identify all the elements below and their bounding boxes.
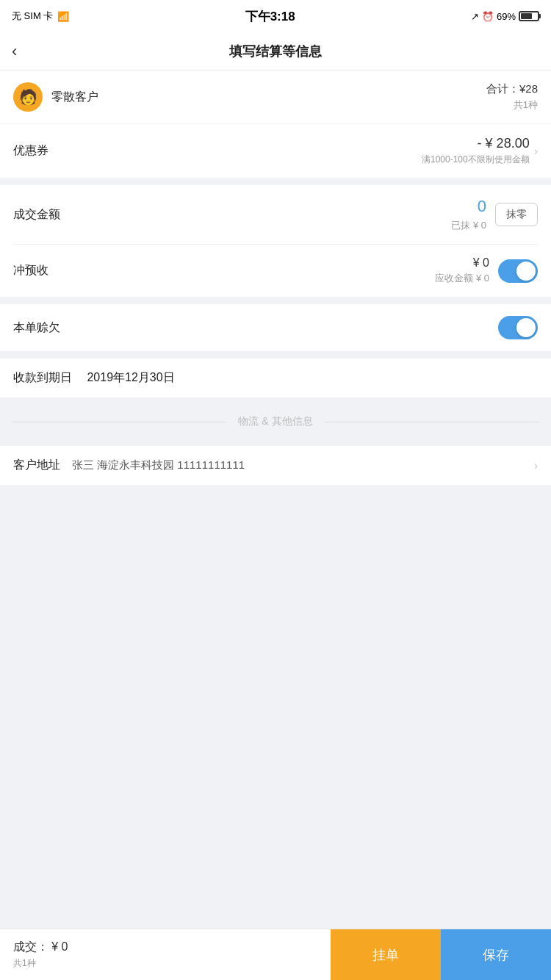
round-button[interactable]: 抹零 <box>495 203 538 226</box>
clock-icon: ⏰ <box>482 11 494 22</box>
customer-right: 合计：¥28 共1种 <box>486 82 538 112</box>
prereceive-amounts: ¥ 0 应收金额 ¥ 0 <box>435 256 489 285</box>
logistics-line-right <box>325 422 539 422</box>
bottom-count: 共1种 <box>13 957 317 970</box>
duedate-label: 收款到期日 <box>13 371 72 383</box>
coupon-label: 优惠券 <box>13 143 48 159</box>
bottom-deal-amount: ¥ 0 <box>51 940 68 953</box>
save-button[interactable]: 保存 <box>441 929 551 981</box>
toggle-knob <box>516 262 536 281</box>
already-rounded: 已抹 ¥ 0 <box>451 219 486 232</box>
status-right: ↗ ⏰ 69% <box>471 11 539 22</box>
transaction-row: 成交金额 0 已抹 ¥ 0 抹零 <box>13 185 538 245</box>
bottom-bar: 成交： ¥ 0 共1种 挂单 保存 <box>0 929 551 980</box>
logistics-label: 物流 & 其他信息 <box>238 415 312 428</box>
status-bar: 无 SIM 卡 📶 下午3:18 ↗ ⏰ 69% <box>0 0 551 32</box>
coupon-row[interactable]: 优惠券 - ¥ 28.00 满1000-100不限制使用金额 › <box>0 123 551 178</box>
customer-card: 🧑 零散客户 合计：¥28 共1种 优惠券 - ¥ 28.00 满1000-10… <box>0 71 551 178</box>
bottom-summary: 成交： ¥ 0 共1种 <box>0 940 331 970</box>
prereceive-sub: 应收金额 ¥ 0 <box>435 272 489 285</box>
transaction-amount: 0 <box>478 197 486 216</box>
prereceive-row: 冲预收 ¥ 0 应收金额 ¥ 0 <box>13 245 538 297</box>
logistics-line-left <box>12 422 226 422</box>
avatar: 🧑 <box>13 82 43 112</box>
avatar-icon: 🧑 <box>19 88 37 106</box>
prereceive-main: ¥ 0 <box>435 256 489 270</box>
no-sim-label: 无 SIM 卡 <box>12 10 53 23</box>
address-value: 张三 海淀永丰科技园 11111111111 <box>72 458 534 472</box>
address-chevron-icon: › <box>534 459 538 472</box>
bottom-deal-label: 成交： <box>13 940 48 953</box>
battery-icon <box>519 11 539 21</box>
status-time: 下午3:18 <box>245 8 295 25</box>
debt-toggle-knob <box>516 318 536 337</box>
back-button[interactable]: ‹ <box>12 36 23 67</box>
total-sub: 共1种 <box>486 98 538 112</box>
customer-left: 🧑 零散客户 <box>13 82 98 112</box>
prereceive-toggle[interactable] <box>498 259 538 283</box>
debt-label: 本单赊欠 <box>13 320 60 336</box>
prereceive-right: ¥ 0 应收金额 ¥ 0 <box>435 256 538 285</box>
prereceive-label: 冲预收 <box>13 263 48 278</box>
coupon-right: - ¥ 28.00 满1000-100不限制使用金额 <box>422 136 530 166</box>
wifi-icon: 📶 <box>57 11 69 22</box>
battery-label: 69% <box>497 11 516 22</box>
page-title: 填写结算等信息 <box>229 43 322 60</box>
duedate-value: 2019年12月30日 <box>87 371 174 383</box>
coupon-amount: - ¥ 28.00 <box>422 136 530 151</box>
chevron-right-icon: › <box>534 145 538 158</box>
logistics-divider: 物流 & 其他信息 <box>0 405 551 439</box>
main-content: 🧑 零散客户 合计：¥28 共1种 优惠券 - ¥ 28.00 满1000-10… <box>0 71 551 544</box>
debt-section: 本单赊欠 <box>0 304 551 351</box>
status-left: 无 SIM 卡 📶 <box>12 10 69 23</box>
duedate-section: 收款到期日 2019年12月30日 <box>0 359 551 397</box>
customer-row: 🧑 零散客户 合计：¥28 共1种 <box>0 71 551 123</box>
transaction-col: 0 已抹 ¥ 0 <box>451 197 486 232</box>
address-label: 客户地址 <box>13 458 60 473</box>
nav-bar: ‹ 填写结算等信息 <box>0 32 551 71</box>
direction-icon: ↗ <box>471 11 479 22</box>
transaction-label: 成交金额 <box>13 207 60 223</box>
transaction-section: 成交金额 0 已抹 ¥ 0 抹零 冲预收 ¥ 0 应收金额 ¥ 0 <box>0 185 551 297</box>
coupon-desc: 满1000-100不限制使用金额 <box>422 154 530 166</box>
transaction-right: 0 已抹 ¥ 0 抹零 <box>451 197 538 232</box>
total-label: 合计：¥28 <box>486 82 538 96</box>
customer-name: 零散客户 <box>51 90 98 105</box>
debt-toggle[interactable] <box>498 316 538 339</box>
coupon-right-wrapper: - ¥ 28.00 满1000-100不限制使用金额 › <box>422 136 538 166</box>
bottom-deal: 成交： ¥ 0 <box>13 940 317 955</box>
hold-button[interactable]: 挂单 <box>331 929 441 981</box>
address-section[interactable]: 客户地址 张三 海淀永丰科技园 11111111111 › <box>0 446 551 485</box>
